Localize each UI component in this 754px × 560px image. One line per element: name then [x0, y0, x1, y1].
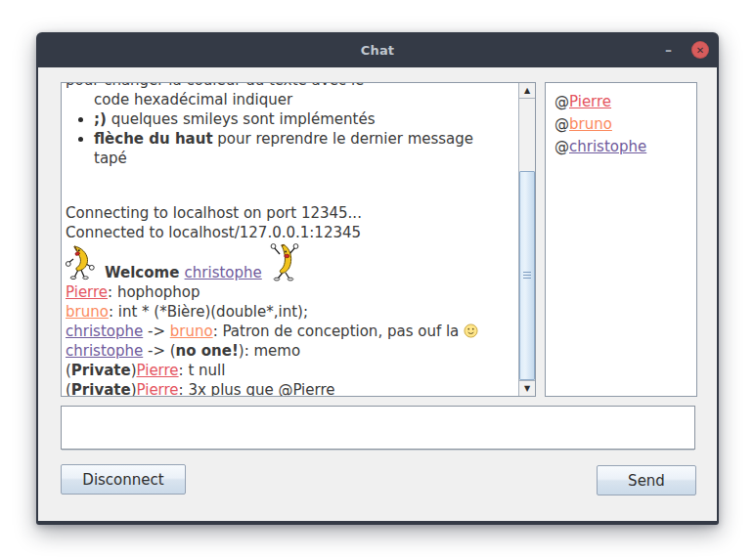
chat-message: (Private)Pierre: 3x plus que @Pierre [66, 380, 513, 396]
chat-log[interactable]: pour changer la couleur du texte avec le… [62, 83, 518, 396]
chat-line: pour changer la couleur du texte avec le [66, 83, 513, 90]
dancing-banana-icon [66, 244, 97, 281]
message-text: ;) [94, 110, 107, 128]
window-content: pour changer la couleur du texte avec le… [38, 67, 717, 521]
disconnect-button[interactable]: Disconnect [61, 464, 186, 495]
chat-scrollbar: ▲ ▼ [518, 83, 535, 396]
user-link-pierre[interactable]: Pierre [137, 362, 179, 379]
chat-message: bruno: int * (*Bière)(double*,int); [66, 302, 513, 322]
dancing-banana-icon [270, 242, 299, 281]
chat-message: Pierre: hophophop [66, 282, 513, 302]
user-link-christophe[interactable]: christophe [569, 138, 646, 155]
message-text: code hexadécimal indiquer [94, 91, 292, 108]
user-link-bruno[interactable]: bruno [66, 303, 109, 321]
titlebar[interactable]: Chat – ✕ [36, 32, 719, 67]
message-text: Welcome [105, 264, 185, 281]
message-text: pour reprendre le dernier message [213, 130, 474, 148]
close-button[interactable]: ✕ [691, 41, 709, 59]
message-text: Private [71, 381, 131, 396]
scrollbar-down-button[interactable]: ▼ [519, 380, 535, 396]
message-text: ): memo [239, 342, 300, 360]
chat-line: flèche du haut pour reprendre le dernier… [66, 129, 513, 149]
chat-line: tapé [66, 149, 513, 168]
message-text: -> [143, 323, 170, 340]
message-text: tapé [94, 150, 127, 167]
user-link-bruno[interactable]: bruno [569, 115, 612, 133]
user-link-pierre[interactable]: Pierre [569, 93, 611, 110]
user-link-christophe[interactable]: christophe [185, 264, 262, 281]
send-button[interactable]: Send [597, 465, 696, 495]
smiley-icon [464, 323, 478, 338]
chat-message: christophe -> bruno: Patron de conceptio… [66, 322, 513, 341]
user-list-item: @christophe [554, 136, 687, 158]
message-text: : Patron de conception, pas ouf la [213, 323, 464, 340]
chat-window: Chat – ✕ pour changer la couleur du text… [36, 32, 719, 525]
titlebar-controls: – ✕ [661, 32, 709, 67]
user-list-panel: @Pierre@bruno@christophe [545, 82, 697, 397]
message-text: flèche du haut [94, 130, 213, 148]
chat-message: Connecting to localhost on port 12345... [66, 203, 513, 223]
message-text: Connected to localhost/127.0.0.1:12345 [66, 224, 361, 241]
scrollbar-thumb[interactable] [519, 171, 535, 380]
message-text: no one! [176, 342, 239, 360]
user-list-item: @bruno [554, 113, 687, 136]
message-text: pour changer la couleur du texte avec le [66, 83, 364, 89]
user-link-christophe[interactable]: christophe [66, 342, 143, 360]
message-text: : int * (*Bière)(double*,int); [109, 303, 308, 321]
chat-message: Connected to localhost/127.0.0.1:12345 [66, 223, 513, 242]
chat-message: (Private)Pierre: t null [66, 361, 513, 380]
chat-area: pour changer la couleur du texte avec le… [61, 82, 536, 397]
user-link-christophe[interactable]: christophe [66, 323, 143, 340]
at-symbol: @ [554, 93, 569, 110]
scrollbar-up-button[interactable]: ▲ [519, 83, 535, 99]
chat-message: christophe -> (no one!): memo [66, 341, 513, 361]
user-link-pierre[interactable]: Pierre [66, 283, 108, 301]
minimize-button[interactable]: – [661, 43, 676, 57]
at-symbol: @ [554, 138, 569, 155]
message-text: : hophophop [108, 283, 200, 301]
user-link-pierre[interactable]: Pierre [137, 381, 179, 396]
chat-line: code hexadécimal indiquer [66, 90, 513, 109]
user-link-bruno[interactable]: bruno [170, 323, 213, 340]
user-list-item: @Pierre [554, 91, 687, 113]
message-text: quelques smileys sont implémentés [107, 110, 376, 128]
chat-message: Welcome christophe [66, 242, 513, 282]
message-text: Connecting to localhost on port 12345... [66, 204, 362, 222]
message-text: : 3x plus que @Pierre [179, 381, 335, 396]
message-text: Private [71, 362, 131, 379]
chat-line [66, 168, 513, 186]
chat-line: ;) quelques smileys sont implémentés [66, 109, 513, 129]
message-input[interactable] [61, 406, 695, 450]
message-text: -> ( [143, 342, 175, 360]
at-symbol: @ [554, 115, 569, 133]
message-text: : t null [179, 362, 226, 379]
window-title: Chat [361, 43, 395, 58]
chat-line [66, 186, 513, 203]
scrollbar-grip-icon [523, 272, 531, 280]
